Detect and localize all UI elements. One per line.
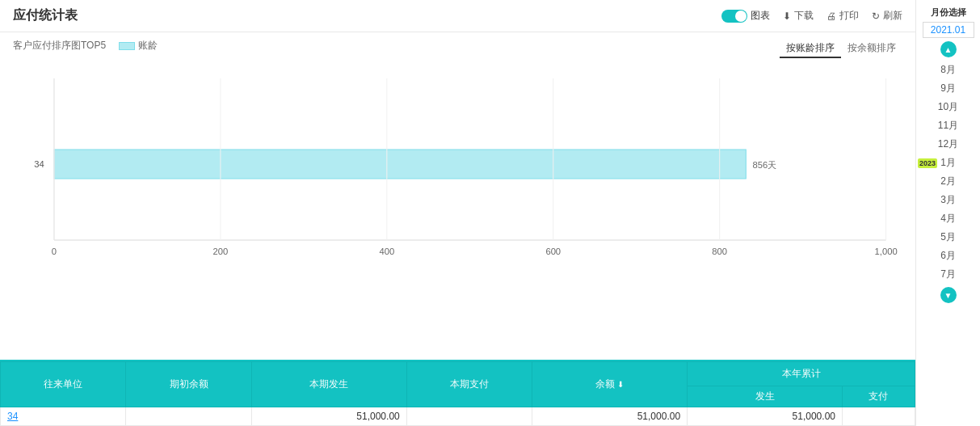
sort-by-balance-btn[interactable]: 按账龄排序 [780, 40, 841, 58]
month-3[interactable]: 3月 [916, 191, 980, 209]
cell-ytd-occur: 51,000.00 [688, 407, 843, 426]
chart-toggle[interactable] [721, 10, 747, 23]
col-header-balance: 余额 ⬇ [532, 362, 688, 407]
chart-legend: 客户应付排序图TOP5 账龄 [13, 39, 158, 53]
sort-by-amount-btn[interactable]: 按余额排序 [841, 40, 902, 58]
month-10[interactable]: 10月 [916, 98, 980, 116]
svg-text:200: 200 [213, 247, 229, 256]
header-actions: 图表 ⬇ 下载 🖨 打印 ↻ 刷新 [721, 9, 902, 23]
month-2[interactable]: 2月 [916, 172, 980, 191]
svg-text:600: 600 [545, 247, 561, 256]
year-input[interactable] [923, 22, 974, 38]
month-12[interactable]: 12月 [916, 135, 980, 154]
chart-sort-buttons: 按账龄排序 按余额排序 [780, 40, 902, 58]
cell-current-occur: 51,000.00 [251, 407, 406, 426]
refresh-button[interactable]: ↻ 刷新 [872, 9, 902, 23]
svg-text:1,000: 1,000 [875, 247, 898, 256]
month-6[interactable]: 6月 [916, 247, 980, 265]
chart-svg: 34 856天 [13, 62, 902, 272]
cell-balance: 51,000.00 [532, 407, 688, 426]
legend-color-box [119, 42, 135, 50]
bar-y-label: 34 [34, 159, 44, 169]
chart-section: 客户应付排序图TOP5 账龄 按账龄排序 按余额排序 34 [0, 32, 915, 360]
source-link[interactable]: 34 [7, 411, 18, 422]
svg-text:400: 400 [379, 247, 394, 256]
sidebar-label: 月份选择 [931, 6, 966, 19]
refresh-icon: ↻ [872, 11, 880, 22]
table-row: 34 51,000.00 51,000.00 51,000.00 [1, 407, 915, 426]
cell-ytd-pay [842, 407, 915, 426]
download-button[interactable]: ⬇ 下载 [783, 9, 814, 23]
cell-source: 34 [1, 407, 126, 426]
year-2023-badge: 2023 [918, 158, 937, 168]
data-table: 往来单位 期初余额 本期发生 本期支付 余额 ⬇ 本年累计 发生 支付 [0, 361, 915, 426]
col-header-source: 往来单位 [1, 362, 126, 407]
col-header-current-pay: 本期支付 [406, 362, 532, 407]
legend-label-text: 客户应付排序图TOP5 [13, 39, 106, 53]
legend-item-top5: 客户应付排序图TOP5 [13, 39, 106, 53]
month-7[interactable]: 7月 [916, 265, 980, 284]
print-icon: 🖨 [826, 11, 836, 22]
cell-opening [126, 407, 251, 426]
month-11[interactable]: 11月 [916, 116, 980, 135]
month-9[interactable]: 9月 [916, 79, 980, 98]
col-header-ytd-occur: 发生 [688, 386, 843, 407]
nav-up-arrow[interactable]: ▲ [940, 41, 957, 57]
print-button[interactable]: 🖨 打印 [826, 9, 859, 23]
month-4[interactable]: 4月 [916, 209, 980, 228]
chart-bar [54, 150, 746, 179]
download-icon: ⬇ [783, 11, 791, 22]
cell-current-pay [406, 407, 532, 426]
bar-end-label: 856天 [752, 160, 776, 170]
legend-item-aging: 账龄 [119, 39, 158, 53]
col-header-current-occur: 本期发生 [251, 362, 406, 407]
svg-text:0: 0 [52, 247, 57, 256]
right-sidebar: 月份选择 ▲ 8月 9月 10月 11月 12月 2023 1月 2月 3月 4… [915, 0, 980, 426]
page-title: 应付统计表 [13, 7, 78, 24]
nav-down-arrow[interactable]: ▼ [940, 287, 957, 303]
month-1-with-badge[interactable]: 2023 1月 [916, 154, 980, 172]
month-8[interactable]: 8月 [916, 61, 980, 79]
col-header-ytd-pay: 支付 [842, 386, 915, 407]
legend-aging-label: 账龄 [138, 39, 158, 53]
toggle-label: 图表 [751, 9, 770, 23]
col-header-ytd: 本年累计 [688, 362, 915, 386]
svg-text:800: 800 [712, 247, 727, 256]
month-5[interactable]: 5月 [916, 228, 980, 247]
col-header-opening: 期初余额 [126, 362, 251, 407]
table-section: 往来单位 期初余额 本期发生 本期支付 余额 ⬇ 本年累计 发生 支付 [0, 360, 915, 426]
chart-toggle-wrap[interactable]: 图表 [721, 9, 770, 23]
